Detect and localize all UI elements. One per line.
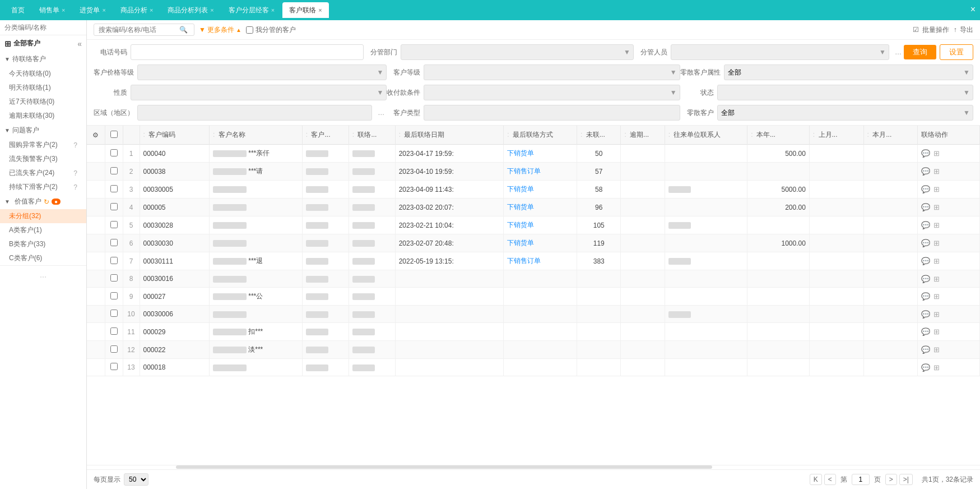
- th-checkbox[interactable]: [105, 126, 123, 145]
- phone-input[interactable]: [131, 44, 364, 60]
- row-checkbox-11[interactable]: [110, 345, 118, 353]
- last-method-link-3[interactable]: 下销货单: [507, 203, 534, 211]
- tab-product-analysis[interactable]: 商品分析 ×: [114, 2, 160, 18]
- last-method-link-5[interactable]: 下销货单: [507, 239, 534, 247]
- row-checkbox-0[interactable]: [110, 149, 118, 156]
- close-product-analysis-list-icon[interactable]: ×: [210, 7, 213, 13]
- td-name-3[interactable]: [209, 199, 302, 216]
- type-select[interactable]: [424, 105, 680, 121]
- person-more-icon[interactable]: …: [893, 48, 904, 56]
- th-last-date[interactable]: : 最后联络日期: [395, 126, 504, 145]
- td-last-method-2[interactable]: 下销货单: [504, 181, 577, 199]
- sidebar-item-churn-warning[interactable]: 流失预警客户(3): [0, 152, 86, 166]
- action-grid-icon-8[interactable]: ⊞: [933, 292, 940, 301]
- td-checkbox-2[interactable]: [105, 181, 123, 199]
- td-checkbox-10[interactable]: [105, 323, 123, 341]
- action-message-icon-5[interactable]: 💬: [921, 239, 930, 247]
- td-checkbox-5[interactable]: [105, 234, 123, 252]
- row-checkbox-1[interactable]: [110, 167, 118, 174]
- attr-select[interactable]: 全部: [724, 64, 973, 80]
- action-grid-icon-2[interactable]: ⊞: [933, 185, 940, 193]
- td-last-method-1[interactable]: 下销售订单: [504, 163, 577, 181]
- tab-home[interactable]: 首页: [4, 2, 31, 18]
- th-this-year[interactable]: : 本年...: [747, 126, 810, 145]
- td-name-12[interactable]: [209, 359, 302, 376]
- tab-sales[interactable]: 销售单 ×: [32, 2, 72, 18]
- row-checkbox-4[interactable]: [110, 221, 118, 228]
- td-name-1[interactable]: ***请: [209, 163, 302, 181]
- td-last-method-0[interactable]: 下销货单: [504, 145, 577, 163]
- sidebar-item-c-customers[interactable]: C类客户(6): [0, 251, 86, 265]
- td-name-9[interactable]: [209, 306, 302, 323]
- close-all-button[interactable]: ×: [970, 4, 976, 15]
- page-size-select[interactable]: 50: [124, 473, 148, 486]
- action-grid-icon-1[interactable]: ⊞: [933, 167, 940, 176]
- last-method-link-2[interactable]: 下销货单: [507, 185, 534, 193]
- refresh-icon[interactable]: ↻: [44, 198, 49, 206]
- next-page-button[interactable]: >: [885, 474, 897, 485]
- sidebar-item-a-customers[interactable]: A类客户(1): [0, 223, 86, 237]
- action-message-icon-0[interactable]: 💬: [921, 149, 930, 158]
- first-page-button[interactable]: K: [810, 474, 822, 485]
- th-code[interactable]: : 客户编码: [140, 126, 209, 145]
- retail-select[interactable]: 全部: [717, 105, 973, 121]
- td-checkbox-1[interactable]: [105, 163, 123, 181]
- action-message-icon-8[interactable]: 💬: [921, 292, 930, 301]
- close-customer-segment-icon[interactable]: ×: [271, 7, 275, 13]
- row-checkbox-6[interactable]: [110, 257, 118, 264]
- th-overdue[interactable]: : 逾期...: [621, 126, 665, 145]
- close-sales-icon[interactable]: ×: [62, 7, 65, 13]
- sidebar-group-value[interactable]: ▼ 价值客户 ↻ ●: [0, 194, 86, 209]
- action-message-icon-7[interactable]: 💬: [921, 275, 930, 283]
- td-name-0[interactable]: ***亲仟: [209, 145, 302, 163]
- query-button[interactable]: 查询: [904, 45, 936, 59]
- action-grid-icon-9[interactable]: ⊞: [933, 310, 940, 319]
- th-last-method[interactable]: : 最后联络方式: [504, 126, 577, 145]
- row-checkbox-3[interactable]: [110, 203, 118, 210]
- row-checkbox-10[interactable]: [110, 327, 118, 335]
- tab-customer-segment[interactable]: 客户分层经客 ×: [222, 2, 281, 18]
- last-method-link-1[interactable]: 下销售订单: [507, 167, 541, 175]
- action-grid-icon-3[interactable]: ⊞: [933, 203, 940, 211]
- last-method-link-4[interactable]: 下销货单: [507, 221, 534, 229]
- th-settings[interactable]: ⚙: [87, 126, 105, 145]
- th-contact-person[interactable]: : 往来单位联系人: [665, 126, 747, 145]
- action-message-icon-12[interactable]: 💬: [921, 363, 930, 372]
- status-select[interactable]: [717, 85, 973, 100]
- row-checkbox-5[interactable]: [110, 239, 118, 246]
- td-checkbox-9[interactable]: [105, 306, 123, 323]
- row-checkbox-7[interactable]: [110, 274, 118, 282]
- last-method-link-6[interactable]: 下销售订单: [507, 257, 541, 265]
- row-checkbox-8[interactable]: [110, 292, 118, 299]
- nature-select[interactable]: [131, 85, 387, 100]
- td-name-2[interactable]: [209, 181, 302, 199]
- action-message-icon-11[interactable]: 💬: [921, 345, 930, 354]
- last-method-link-0[interactable]: 下销货单: [507, 149, 534, 157]
- td-checkbox-0[interactable]: [105, 145, 123, 163]
- sidebar-group-pending[interactable]: ▼ 待联络客户: [0, 52, 86, 67]
- tab-customer-contact[interactable]: 客户联络 ×: [282, 2, 328, 18]
- sidebar-item-overdue-pending[interactable]: 逾期未联络(30): [0, 109, 86, 123]
- action-message-icon-6[interactable]: 💬: [921, 257, 930, 265]
- td-last-method-8[interactable]: [504, 288, 577, 306]
- th-contact[interactable]: : 联络...: [349, 126, 395, 145]
- tab-product-analysis-list[interactable]: 商品分析列表 ×: [161, 2, 220, 18]
- td-checkbox-11[interactable]: [105, 341, 123, 359]
- td-last-method-7[interactable]: [504, 270, 577, 288]
- td-checkbox-6[interactable]: [105, 252, 123, 270]
- td-last-method-10[interactable]: [504, 323, 577, 341]
- sidebar-item-7days-pending[interactable]: 近7天待联络(0): [0, 95, 86, 109]
- batch-op-button[interactable]: ☑ 批量操作: [913, 25, 949, 35]
- payment-select[interactable]: [424, 85, 680, 100]
- region-select[interactable]: [137, 105, 372, 121]
- td-checkbox-7[interactable]: [105, 270, 123, 288]
- horizontal-scroll-hint[interactable]: [87, 465, 980, 469]
- td-last-method-11[interactable]: [504, 341, 577, 359]
- close-product-analysis-icon[interactable]: ×: [150, 7, 153, 13]
- td-name-5[interactable]: [209, 234, 302, 252]
- sidebar-item-declining[interactable]: 持续下滑客户(2) ?: [0, 180, 86, 194]
- filter-more-button[interactable]: ▼ 更多条件 ▲: [199, 25, 241, 35]
- action-grid-icon-10[interactable]: ⊞: [933, 327, 940, 336]
- action-message-icon-9[interactable]: 💬: [921, 310, 930, 319]
- td-last-method-12[interactable]: [504, 359, 577, 376]
